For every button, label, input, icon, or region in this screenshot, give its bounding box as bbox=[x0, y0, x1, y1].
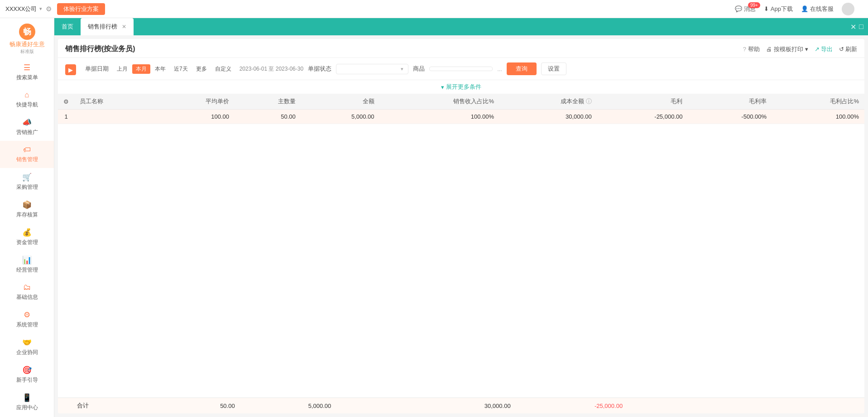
online-service-button[interactable]: 👤 在线客服 bbox=[801, 5, 834, 13]
cell-profit-pct: 100.00% bbox=[772, 110, 864, 124]
goods-input[interactable] bbox=[429, 67, 493, 71]
date-tab-this-year[interactable]: 本年 bbox=[151, 64, 169, 74]
footer-amount: 5,000.00 bbox=[303, 398, 391, 413]
company-name: XXXXX公司 bbox=[5, 5, 37, 13]
main-content: 首页 销售排行榜 ✕ ✕ □ 销售排行榜(按业务员) ? 帮 bbox=[54, 18, 868, 417]
date-tab-last-month[interactable]: 上月 bbox=[113, 64, 131, 74]
table-footer: 合计 50.00 5,000.00 30,000.00 -25,000.00 bbox=[58, 398, 864, 413]
tab-sales-rank-label: 销售排行榜 bbox=[88, 23, 117, 31]
message-button[interactable]: 💬 消息 99+ bbox=[735, 5, 756, 13]
app-download-button[interactable]: ⬇ App下载 bbox=[764, 5, 793, 13]
sidebar-label-inventory: 库存核算 bbox=[16, 211, 38, 219]
tab-maximize-icon[interactable]: □ bbox=[859, 23, 863, 31]
date-tab-more[interactable]: 更多 bbox=[192, 64, 211, 74]
sidebar-item-quick-nav[interactable]: ⌂ 快捷导航 bbox=[0, 86, 54, 113]
page-header-actions: ? 帮助 🖨 按模板打印 ▾ ↗ 导出 ↺ bbox=[743, 45, 857, 53]
basic-icon: 🗂 bbox=[23, 283, 31, 292]
guide-icon: 🎯 bbox=[22, 365, 32, 375]
export-icon: ↗ bbox=[815, 46, 820, 53]
help-button[interactable]: ? 帮助 bbox=[743, 45, 760, 53]
company-gear-icon[interactable]: ⚙ bbox=[46, 5, 52, 13]
footer-sales-pct bbox=[391, 398, 479, 413]
sidebar-item-operation[interactable]: 📊 经营管理 bbox=[0, 251, 54, 278]
sidebar-item-finance[interactable]: 💰 资金管理 bbox=[0, 223, 54, 251]
query-button[interactable]: 查询 bbox=[507, 62, 537, 75]
logo-text: 畅康通好生意 bbox=[10, 41, 45, 48]
purchase-icon: 🛒 bbox=[22, 173, 32, 182]
col-sales-pct: 销售收入占比% bbox=[380, 94, 500, 110]
export-button[interactable]: ↗ 导出 bbox=[815, 45, 833, 53]
footer-table: 合计 50.00 5,000.00 30,000.00 -25,000.00 bbox=[58, 398, 864, 413]
filter-area: ▶ 单据日期 上月 本月 本年 近7天 更多 自定义 2023-06-01 至 … bbox=[58, 58, 864, 80]
col-name: 员工名称 bbox=[74, 94, 154, 110]
avatar[interactable] bbox=[842, 3, 854, 15]
col-main-qty: 主数量 bbox=[235, 94, 301, 110]
operation-icon: 📊 bbox=[22, 255, 32, 265]
tab-home[interactable]: 首页 bbox=[54, 18, 81, 35]
sidebar-label-finance: 资金管理 bbox=[16, 239, 38, 246]
main-layout: 畅 畅康通好生意 标准版 ☰ 搜索菜单 ⌂ 快捷导航 📣 营销推广 🏷 销售管理… bbox=[0, 18, 868, 417]
sidebar-item-inventory[interactable]: 📦 库存核算 bbox=[0, 196, 54, 223]
col-profit: 毛利 bbox=[597, 94, 688, 110]
logo-version: 标准版 bbox=[20, 48, 34, 55]
more-filter-button[interactable]: ... bbox=[497, 66, 502, 72]
message-badge: 99+ bbox=[748, 2, 760, 8]
sidebar-label-operation: 经营管理 bbox=[16, 266, 38, 274]
footer-profit-pct bbox=[776, 398, 864, 413]
company-chevron-icon: ▾ bbox=[39, 6, 42, 12]
page-title: 销售排行榜(按业务员) bbox=[65, 44, 135, 54]
tab-sales-rank[interactable]: 销售排行榜 ✕ bbox=[81, 18, 134, 35]
settings-button[interactable]: 设置 bbox=[541, 62, 566, 75]
inventory-icon: 📦 bbox=[22, 200, 32, 210]
date-tab-this-month[interactable]: 本月 bbox=[132, 64, 150, 74]
goods-label: 商品 bbox=[413, 65, 425, 73]
refresh-button[interactable]: ↺ 刷新 bbox=[839, 45, 857, 53]
date-tab-7days[interactable]: 近7天 bbox=[170, 64, 192, 74]
cell-sales-pct: 100.00% bbox=[380, 110, 500, 124]
footer-empty1 bbox=[58, 398, 72, 413]
cell-main-qty: 50.00 bbox=[235, 110, 301, 124]
col-avg-price: 平均单价 bbox=[154, 94, 235, 110]
trial-button[interactable]: 体验行业方案 bbox=[57, 3, 105, 15]
date-label: 单据日期 bbox=[85, 65, 109, 73]
footer-main-qty: 50.00 bbox=[215, 398, 303, 413]
tab-close-icon[interactable]: ✕ bbox=[122, 24, 126, 30]
print-chevron-icon: ▾ bbox=[805, 46, 808, 53]
sidebar-item-search[interactable]: ☰ 搜索菜单 bbox=[0, 58, 54, 86]
filter-toggle-button[interactable]: ▶ bbox=[65, 64, 76, 75]
status-select[interactable]: ▾ bbox=[336, 64, 408, 74]
page-content: 销售排行榜(按业务员) ? 帮助 🖨 按模板打印 ▾ ↗ bbox=[54, 35, 868, 417]
sidebar-label-enterprise: 企业协同 bbox=[16, 349, 38, 356]
search-menu-icon: ☰ bbox=[24, 63, 30, 72]
footer-profit-rate bbox=[688, 398, 777, 413]
sidebar-item-marketing[interactable]: 📣 营销推广 bbox=[0, 113, 54, 141]
sidebar-item-system[interactable]: ⚙ 系统管理 bbox=[0, 306, 54, 333]
col-settings-icon[interactable]: ⚙ bbox=[58, 94, 74, 110]
template-print-button[interactable]: 🖨 按模板打印 ▾ bbox=[766, 45, 808, 53]
company-selector[interactable]: XXXXX公司 ▾ bbox=[5, 5, 42, 13]
expand-more-button[interactable]: ▾ 展开更多条件 bbox=[58, 80, 864, 94]
tab-close-window-icon[interactable]: ✕ bbox=[850, 23, 856, 31]
sidebar-label-apps: 应用中心 bbox=[16, 404, 38, 412]
date-tabs: 上月 本月 本年 近7天 更多 自定义 bbox=[113, 64, 235, 74]
sidebar-item-guide[interactable]: 🎯 新手引导 bbox=[0, 361, 54, 388]
page-inner: 销售排行榜(按业务员) ? 帮助 🖨 按模板打印 ▾ ↗ bbox=[58, 39, 864, 413]
footer-label: 合计 bbox=[72, 398, 127, 413]
cell-profit: -25,000.00 bbox=[597, 110, 688, 124]
sidebar-item-enterprise[interactable]: 🤝 企业协同 bbox=[0, 333, 54, 361]
sidebar-item-apps[interactable]: 📱 应用中心 bbox=[0, 388, 54, 416]
cell-rank: 1 bbox=[58, 110, 74, 124]
footer-profit: -25,000.00 bbox=[589, 398, 688, 413]
table-body: 1 100.00 50.00 5,000.00 100.00% 30,000.0… bbox=[58, 110, 864, 124]
status-label: 单据状态 bbox=[308, 65, 331, 73]
logo-icon: 畅 bbox=[19, 24, 35, 40]
sidebar-item-basic[interactable]: 🗂 基础信息 bbox=[0, 278, 54, 306]
enterprise-icon: 🤝 bbox=[22, 338, 32, 347]
sidebar-item-purchase[interactable]: 🛒 采购管理 bbox=[0, 168, 54, 196]
sidebar-label-system: 系统管理 bbox=[16, 321, 38, 329]
sidebar-label-basic: 基础信息 bbox=[16, 293, 38, 301]
sidebar-item-sales[interactable]: 🏷 销售管理 bbox=[0, 141, 54, 168]
system-icon: ⚙ bbox=[24, 310, 30, 320]
date-tab-custom[interactable]: 自定义 bbox=[211, 64, 235, 74]
table-row: 1 100.00 50.00 5,000.00 100.00% 30,000.0… bbox=[58, 110, 864, 124]
